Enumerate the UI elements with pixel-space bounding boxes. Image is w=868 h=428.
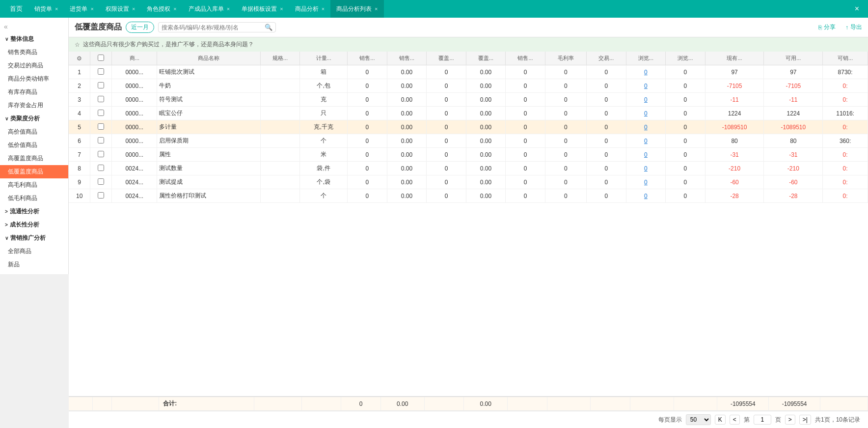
row-no: 4 — [69, 107, 90, 120]
table-wrapper[interactable]: ⚙ 商... 商品名称 规格... 计量... 销售... 销售... 覆盖..… — [69, 52, 868, 396]
row-checkbox[interactable] — [90, 162, 112, 175]
sidebar-collapse-button[interactable]: « — [4, 23, 8, 30]
row-browse1[interactable]: 0 — [626, 79, 666, 93]
per-page-label: 每页显示 — [658, 416, 682, 424]
export-icon: ↑ — [845, 24, 848, 31]
nav-tab-purchase[interactable]: 进货单 × — [64, 0, 99, 18]
row-browse1[interactable]: 0 — [626, 189, 666, 203]
nav-tab-sales[interactable]: 销货单 × — [28, 0, 64, 18]
last-page-button[interactable]: >| — [799, 415, 811, 425]
sidebar-item-category-rate[interactable]: 商品分类动销率 — [0, 72, 68, 86]
row-browse1[interactable]: 0 — [626, 134, 666, 148]
row-cover1: 0 — [427, 120, 466, 134]
page-number-input[interactable] — [754, 415, 771, 425]
row-browse1[interactable]: 0 — [626, 120, 666, 134]
col-trade: 交易... — [587, 52, 626, 65]
nav-tab-permission[interactable]: 权限设置 × — [100, 0, 141, 18]
row-profit-rate: 0 — [545, 189, 586, 203]
row-no: 5 — [69, 120, 90, 134]
sidebar-section-cluster[interactable]: ∨ 类聚度分析 — [0, 112, 68, 125]
row-browse1[interactable]: 0 — [626, 162, 666, 175]
totals-label: 合计: — [159, 397, 254, 411]
row-browse1[interactable]: 0 — [626, 107, 666, 120]
row-name: 测试提成 — [157, 175, 261, 189]
row-checkbox[interactable] — [90, 79, 112, 93]
sidebar-item-low-coverage[interactable]: 低覆盖度商品 — [0, 165, 68, 178]
row-checkbox[interactable] — [90, 107, 112, 120]
row-checkbox[interactable] — [90, 175, 112, 189]
prev-page-button[interactable]: < — [730, 415, 740, 425]
row-checkbox[interactable] — [90, 93, 112, 107]
row-current-stock: 97 — [705, 65, 764, 79]
sidebar-section-overall[interactable]: ∨ 整体信息 — [0, 32, 68, 46]
close-icon[interactable]: × — [280, 6, 283, 12]
close-icon[interactable]: × — [375, 6, 378, 12]
sidebar-item-low-profit[interactable]: 低毛利商品 — [0, 192, 68, 205]
nav-tab-product[interactable]: 产成品入库单 × — [183, 0, 236, 18]
close-icon[interactable]: × — [132, 6, 135, 12]
page-header: 低覆盖度商品 近一月 🔍 ⎘ 分享 ↑ 导出 — [69, 18, 868, 37]
nav-tab-home[interactable]: 首页 — [4, 0, 28, 18]
window-close-button[interactable]: × — [850, 4, 864, 13]
search-box: 🔍 — [158, 22, 276, 32]
row-unit: 米 — [300, 148, 348, 162]
row-code: 0000... — [112, 79, 157, 93]
row-cover1: 0 — [427, 162, 466, 175]
totals-current-stock: -1095554 — [717, 397, 769, 411]
sidebar-item-stock-goods[interactable]: 有库存商品 — [0, 86, 68, 99]
first-page-button[interactable]: K — [715, 415, 726, 425]
sidebar-item-high-value[interactable]: 高价值商品 — [0, 125, 68, 139]
row-profit-rate: 0 — [545, 65, 586, 79]
row-checkbox[interactable] — [90, 189, 112, 203]
close-icon[interactable]: × — [322, 6, 325, 12]
row-checkbox[interactable] — [90, 148, 112, 162]
sidebar-item-traded-goods[interactable]: 交易过的商品 — [0, 59, 68, 72]
nav-tab-analysis-list[interactable]: 商品分析列表 × — [330, 0, 383, 18]
row-browse1[interactable]: 0 — [626, 65, 666, 79]
sidebar-item-new-goods[interactable]: 新品 — [0, 258, 68, 271]
row-checkbox[interactable] — [90, 65, 112, 79]
sidebar-item-all-goods[interactable]: 全部商品 — [0, 245, 68, 258]
row-unit: 箱 — [300, 65, 348, 79]
col-checkbox[interactable] — [90, 52, 112, 65]
totals-table: 合计: 0 0.00 0.00 -1095554 -1095554 — [69, 397, 868, 411]
export-button[interactable]: ↑ 导出 — [845, 23, 862, 31]
close-icon[interactable]: × — [55, 6, 58, 12]
nav-tab-role[interactable]: 角色授权 × — [141, 0, 182, 18]
row-unit: 只 — [300, 107, 348, 120]
close-icon[interactable]: × — [173, 6, 176, 12]
sidebar-item-sales-goods[interactable]: 销售类商品 — [0, 46, 68, 59]
row-checkbox[interactable] — [90, 120, 112, 134]
col-settings[interactable]: ⚙ — [69, 52, 90, 65]
next-page-button[interactable]: > — [785, 415, 795, 425]
row-unit: 个 — [300, 134, 348, 148]
sidebar-section-marketing[interactable]: ∨ 营销推广分析 — [0, 231, 68, 245]
sidebar-item-stock-capital[interactable]: 库存资金占用 — [0, 99, 68, 112]
per-page-select[interactable]: 50 20 100 — [686, 414, 711, 425]
row-unit: 个,袋 — [300, 175, 348, 189]
close-icon[interactable]: × — [227, 6, 230, 12]
row-name: 启用保质期 — [157, 134, 261, 148]
settings-icon[interactable]: ⚙ — [77, 55, 82, 62]
row-browse1[interactable]: 0 — [626, 175, 666, 189]
period-button[interactable]: 近一月 — [126, 22, 154, 33]
sidebar-section-flow[interactable]: > 流通性分析 — [0, 205, 68, 218]
row-sales2: 0 — [506, 107, 545, 120]
share-button[interactable]: ⎘ 分享 — [818, 23, 836, 31]
nav-tab-template[interactable]: 单据模板设置 × — [236, 0, 289, 18]
close-icon[interactable]: × — [90, 6, 93, 12]
row-browse1[interactable]: 0 — [626, 148, 666, 162]
row-browse1[interactable]: 0 — [626, 93, 666, 107]
search-input[interactable] — [162, 24, 265, 31]
nav-tab-analysis[interactable]: 商品分析 × — [289, 0, 330, 18]
sidebar-item-high-profit[interactable]: 高毛利商品 — [0, 178, 68, 192]
row-checkbox[interactable] — [90, 134, 112, 148]
sidebar-item-low-value[interactable]: 低价值商品 — [0, 139, 68, 152]
row-trade: 0 — [587, 189, 626, 203]
row-trade: 0 — [587, 134, 626, 148]
row-cover2: 0.00 — [466, 65, 506, 79]
sidebar-item-high-coverage[interactable]: 高覆盖度商品 — [0, 152, 68, 165]
select-all-checkbox[interactable] — [98, 55, 104, 61]
sidebar-section-growth[interactable]: > 成长性分析 — [0, 218, 68, 231]
info-icon: ☆ — [75, 41, 80, 48]
